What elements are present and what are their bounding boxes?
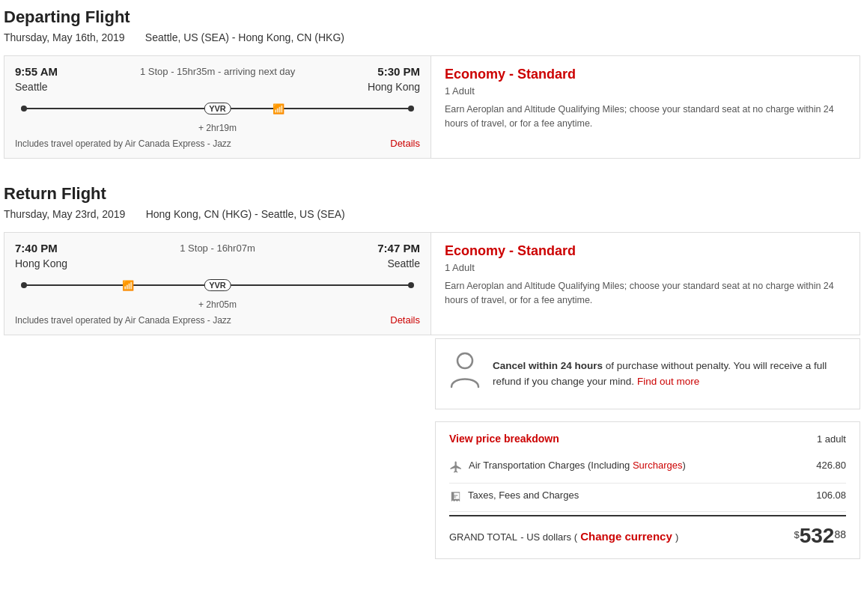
price-row-taxes-label: Taxes, Fees and Charges: [449, 490, 579, 505]
page-wrapper: Departing Flight Thursday, May 16th, 201…: [0, 0, 864, 567]
departing-flight-card: 9:55 AM 1 Stop - 15hr35m - arriving next…: [4, 55, 860, 159]
route-dot-right: [408, 106, 414, 112]
departing-date: Thursday, May 16th, 2019: [4, 31, 125, 43]
return-stop-badge: YVR: [204, 279, 231, 291]
departing-footer: Includes travel operated by Air Canada E…: [15, 138, 420, 149]
price-row-taxes-amount: 106.08: [816, 490, 846, 501]
departing-passengers: 1 Adult: [445, 85, 846, 97]
bottom-section: Cancel within 24 hours of purchase witho…: [435, 338, 860, 559]
departing-times-row: 9:55 AM 1 Stop - 15hr35m - arriving next…: [15, 65, 420, 78]
return-route: Hong Kong, CN (HKG) - Seattle, US (SEA): [146, 208, 345, 220]
grand-total-currency-close: ): [675, 531, 678, 543]
svg-rect-1: [454, 495, 458, 495]
return-origin: Hong Kong: [15, 257, 67, 269]
departing-route: Seattle, US (SEA) - Hong Kong, CN (HKG): [145, 31, 344, 43]
plane-icon: [449, 460, 463, 477]
departing-stop-info: 1 Stop - 15hr35m - arriving next day: [140, 66, 295, 77]
departing-date-route: Thursday, May 16th, 2019 Seattle, US (SE…: [4, 31, 860, 49]
price-row-transport: Air Transportation Charges (Including Su…: [449, 454, 846, 484]
grand-total-label: GRAND TOTAL - US dollars ( Change curren…: [449, 530, 678, 543]
return-passengers: 1 Adult: [445, 262, 846, 273]
return-arrive-time: 7:47 PM: [377, 242, 420, 254]
departing-depart-time: 9:55 AM: [15, 65, 58, 78]
price-row-taxes-text: Taxes, Fees and Charges: [468, 490, 579, 501]
departing-fare-desc: Earn Aeroplan and Altitude Qualifying Mi…: [445, 103, 846, 131]
departing-dest: Hong Kong: [368, 81, 420, 93]
price-row-transport-label: Air Transportation Charges (Including Su…: [449, 460, 686, 477]
departing-title: Departing Flight: [4, 7, 860, 27]
return-date: Thursday, May 23rd, 2019: [4, 208, 125, 220]
departing-origin: Seattle: [15, 81, 48, 93]
return-flight-left: 7:40 PM 1 Stop - 16hr07m 7:47 PM Hong Ko…: [4, 233, 431, 335]
cancel-notice: Cancel within 24 hours of purchase witho…: [435, 338, 860, 409]
grand-total-row: GRAND TOTAL - US dollars ( Change curren…: [449, 515, 846, 548]
departing-stopover-duration: + 2hr19m: [15, 123, 420, 133]
return-flight-card: 7:40 PM 1 Stop - 16hr07m 7:47 PM Hong Ko…: [4, 232, 860, 335]
return-stop-info: 1 Stop - 16hr07m: [180, 243, 255, 254]
return-title: Return Flight: [4, 184, 860, 204]
cancel-text: Cancel within 24 hours of purchase witho…: [493, 359, 846, 389]
departing-flight-left: 9:55 AM 1 Stop - 15hr35m - arriving next…: [4, 56, 431, 158]
total-main: 532: [800, 524, 835, 547]
return-fare-title: Economy - Standard: [445, 243, 846, 259]
return-depart-time: 7:40 PM: [15, 242, 58, 254]
section-gap-1: [4, 162, 860, 184]
route-dot-left: [21, 106, 27, 112]
price-row-transport-amount: 426.80: [816, 460, 846, 471]
price-breakdown: View price breakdown 1 adult Air Transpo…: [435, 421, 860, 559]
return-date-route: Thursday, May 23rd, 2019 Hong Kong, CN (…: [4, 208, 860, 226]
person-icon: [449, 351, 481, 397]
return-route-dot-right: [408, 282, 414, 288]
return-wifi-icon: 📶: [122, 280, 134, 291]
view-price-link[interactable]: View price breakdown: [449, 433, 559, 445]
grand-total-currency-text: - US dollars (: [520, 531, 577, 543]
departing-flight-right: Economy - Standard 1 Adult Earn Aeroplan…: [431, 56, 860, 158]
departing-arrive-time: 5:30 PM: [377, 65, 420, 78]
return-times-row: 7:40 PM 1 Stop - 16hr07m 7:47 PM: [15, 242, 420, 254]
departing-section: Departing Flight Thursday, May 16th, 201…: [4, 7, 860, 159]
total-cents: 88: [834, 528, 846, 540]
return-footer: Includes travel operated by Air Canada E…: [15, 314, 420, 326]
departing-route-line: YVR 📶: [15, 97, 420, 120]
return-stopover-duration: + 2hr05m: [15, 299, 420, 310]
adult-count: 1 adult: [817, 433, 846, 445]
svg-rect-2: [454, 497, 457, 498]
departing-cities-row: Seattle Hong Kong: [15, 81, 420, 93]
departing-details-link[interactable]: Details: [390, 138, 420, 149]
find-out-link[interactable]: Find out more: [637, 376, 699, 387]
return-fare-desc: Earn Aeroplan and Altitude Qualifying Mi…: [445, 279, 846, 308]
price-header-row: View price breakdown 1 adult: [449, 433, 846, 445]
grand-total-text: GRAND TOTAL: [449, 531, 517, 543]
svg-point-0: [457, 353, 472, 368]
price-row-taxes: Taxes, Fees and Charges 106.08: [449, 484, 846, 512]
return-section: Return Flight Thursday, May 23rd, 2019 H…: [4, 184, 860, 335]
return-operated-by: Includes travel operated by Air Canada E…: [15, 315, 231, 326]
departing-stop-badge: YVR: [204, 103, 231, 115]
change-currency-link[interactable]: Change currency: [580, 530, 672, 543]
return-cities-row: Hong Kong Seattle: [15, 257, 420, 269]
departing-fare-title: Economy - Standard: [445, 67, 846, 82]
receipt-icon: [449, 490, 462, 505]
return-dest: Seattle: [387, 257, 420, 269]
wifi-icon: 📶: [273, 103, 285, 115]
departing-operated-by: Includes travel operated by Air Canada E…: [15, 138, 231, 149]
price-row-transport-text: Air Transportation Charges (Including Su…: [469, 460, 686, 471]
return-details-link[interactable]: Details: [390, 314, 420, 326]
grand-total-amount: $53288: [794, 524, 846, 548]
cancel-bold: Cancel within 24 hours: [493, 360, 603, 371]
dollar-sign: $: [794, 529, 799, 540]
return-route-line: 📶 YVR: [15, 274, 420, 296]
return-flight-right: Economy - Standard 1 Adult Earn Aeroplan…: [431, 233, 860, 335]
return-route-dot-left: [21, 282, 27, 288]
